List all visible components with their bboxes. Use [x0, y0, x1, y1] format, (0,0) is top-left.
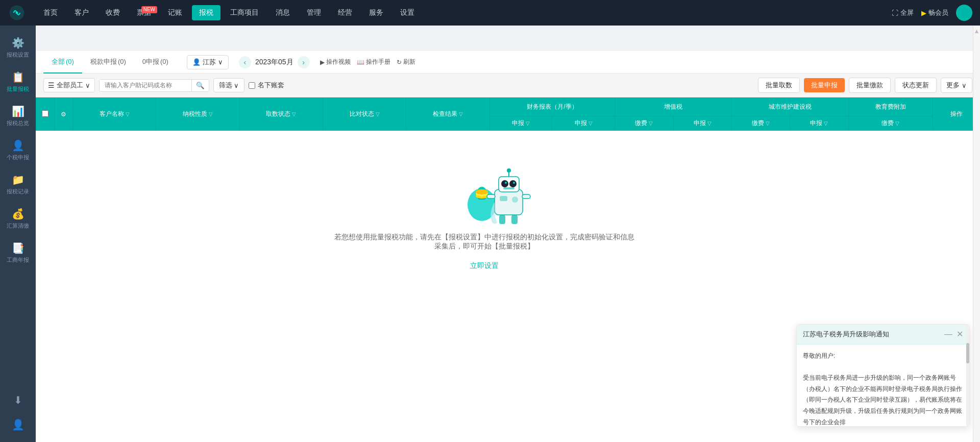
nav-industrial[interactable]: 工商项目: [223, 5, 266, 20]
sort-icon-10[interactable]: ▽: [766, 120, 770, 126]
search-input[interactable]: [100, 80, 191, 91]
sidebar-item-tax-summary[interactable]: 📊 报税总览: [0, 99, 36, 133]
sort-icon-5[interactable]: ▽: [459, 111, 463, 117]
annual-report-icon: 📑: [12, 242, 24, 254]
column-settings-icon[interactable]: ⚙: [61, 111, 66, 118]
prev-month-button[interactable]: ‹: [239, 56, 251, 68]
empty-description: 若您想使用批量报税功能，请先在【报税设置】中进行报税的初始化设置，完成密码验证和…: [331, 233, 638, 251]
sidebar-label-batch-tax: 批量报税: [7, 85, 29, 93]
robot-illustration: [454, 161, 515, 223]
sort-icon-7[interactable]: ▽: [589, 120, 593, 126]
nav-home[interactable]: 首页: [36, 5, 65, 20]
notification-close-button[interactable]: ✕: [957, 330, 963, 338]
settlement-icon: 💰: [12, 208, 24, 220]
refresh-icon: ↻: [397, 59, 402, 66]
sidebar-item-tax-settings[interactable]: ⚙️ 报税设置: [0, 31, 36, 65]
select-all-checkbox[interactable]: [42, 110, 48, 117]
notification-title: 江苏电子税务局升级影响通知: [803, 330, 889, 339]
refresh-action[interactable]: ↻ 刷新: [397, 58, 415, 66]
th-urban-construction: 城市维护建设税: [731, 98, 848, 116]
manual-icon: 📖: [357, 59, 364, 66]
nav-accounting[interactable]: 记账: [161, 5, 189, 20]
nav-service[interactable]: 服务: [362, 5, 390, 20]
th-vat: 增值税: [615, 98, 732, 116]
right-scrollbar[interactable]: ▲: [973, 26, 980, 442]
sort-icon-8[interactable]: ▽: [649, 120, 653, 126]
batch-declare-button[interactable]: 批量申报: [804, 78, 845, 92]
sidebar-label-personal-tax: 个税申报: [7, 154, 29, 161]
filter-chevron-icon: ∨: [234, 82, 239, 89]
sidebar-item-settlement[interactable]: 💰 汇算清缴: [0, 202, 36, 236]
sort-icon-11[interactable]: ▽: [824, 120, 828, 126]
tax-summary-icon: 📊: [12, 105, 24, 117]
employee-select[interactable]: ☰ 全部员工 ∨: [43, 78, 95, 92]
sort-icon-2[interactable]: ▽: [209, 111, 213, 117]
nav-menu: 首页 客户 收费 票据 NEW 记账 报税 工商项目 消息 管理 经营 服务 设…: [36, 5, 892, 20]
sidebar-label-settlement: 汇算清缴: [7, 222, 29, 230]
status-update-button[interactable]: 状态更新: [895, 78, 937, 93]
filter-button[interactable]: 筛选 ∨: [213, 78, 244, 92]
scroll-up-button[interactable]: ▲: [974, 26, 980, 37]
tabs-right-actions: ▶ 操作视频 📖 操作手册 ↻ 刷新: [320, 58, 415, 66]
sidebar-label-annual-report: 工商年报: [7, 256, 29, 264]
sidebar-label-tax-record: 报税记录: [7, 188, 29, 195]
tab-zero-declaration[interactable]: 0申报(0): [134, 51, 177, 73]
tax-record-icon: 📁: [12, 174, 24, 186]
video-action[interactable]: ▶ 操作视频: [320, 58, 351, 66]
nav-invoice[interactable]: 票据 NEW: [130, 5, 158, 20]
th-edu-declare: 申报▽: [790, 116, 848, 131]
sidebar-item-tax-record[interactable]: 📁 报税记录: [0, 167, 36, 202]
nav-management[interactable]: 管理: [300, 5, 328, 20]
subordinate-accounts-checkbox[interactable]: 名下账套: [249, 81, 284, 90]
sort-icon[interactable]: ▽: [126, 111, 130, 117]
notification-scroll-thumb: [966, 343, 969, 363]
sort-icon-12[interactable]: ▽: [895, 120, 899, 126]
sort-icon-4[interactable]: ▽: [376, 111, 380, 117]
nav-settings[interactable]: 设置: [393, 5, 422, 20]
member-button[interactable]: ▶ 畅会员: [921, 8, 948, 17]
sort-icon-3[interactable]: ▽: [292, 111, 296, 117]
notification-minimize-button[interactable]: —: [944, 330, 952, 338]
nav-billing[interactable]: 收费: [99, 5, 127, 20]
search-button[interactable]: 🔍: [191, 80, 209, 91]
more-button[interactable]: 更多 ∨: [941, 78, 972, 93]
sidebar-item-download[interactable]: ⬇: [0, 388, 36, 412]
svg-rect-21: [499, 215, 505, 224]
batch-pay-button[interactable]: 批量缴款: [849, 78, 891, 93]
nav-operation[interactable]: 经营: [331, 5, 359, 20]
subordinate-accounts-check[interactable]: [249, 82, 255, 89]
user-avatar[interactable]: [956, 5, 972, 21]
region-icon: 👤: [192, 58, 201, 66]
app-logo[interactable]: [8, 4, 26, 22]
svg-rect-20: [522, 194, 530, 199]
tab-tax-declaration[interactable]: 税款申报(0): [82, 51, 134, 73]
sidebar-label-tax-settings: 报税设置: [7, 51, 29, 59]
manual-action[interactable]: 📖 操作手册: [357, 58, 390, 66]
user-icon: 👤: [12, 419, 24, 431]
date-navigation: ‹ 2023年05月 ›: [239, 56, 310, 68]
sort-icon-6[interactable]: ▽: [526, 120, 530, 126]
sidebar-item-user[interactable]: 👤: [0, 412, 36, 437]
th-checkbox: [36, 98, 55, 131]
svg-rect-16: [503, 187, 514, 189]
empty-state: 若您想使用批量报税功能，请先在【报税设置】中进行报税的初始化设置，完成密码验证和…: [36, 131, 933, 301]
region-selector[interactable]: 👤 江苏 ∨: [187, 55, 229, 69]
sidebar-item-annual-report[interactable]: 📑 工商年报: [0, 236, 36, 270]
notification-scrollbar[interactable]: [966, 325, 969, 426]
tab-all[interactable]: 全部(0): [43, 51, 82, 73]
search-box: 🔍: [99, 79, 209, 92]
th-fetch-status: 取数状态▽: [239, 98, 323, 131]
next-month-button[interactable]: ›: [298, 56, 310, 68]
sidebar-item-batch-tax[interactable]: 📋 批量报税: [0, 65, 36, 99]
setup-link[interactable]: 立即设置: [470, 261, 499, 271]
sidebar-item-personal-tax[interactable]: 👤 个税申报: [0, 133, 36, 167]
nav-tax[interactable]: 报税: [192, 5, 220, 20]
toolbar-right-actions: 批量取数 批量申报 批量缴款 状态更新 更多 ∨: [758, 78, 972, 93]
th-vat-pay: 缴费▽: [615, 116, 673, 131]
nav-message[interactable]: 消息: [268, 5, 297, 20]
sort-icon-9[interactable]: ▽: [707, 120, 712, 126]
th-vat-declare: 申报▽: [552, 116, 615, 131]
fullscreen-button[interactable]: ⛶ 全屏: [892, 8, 914, 17]
batch-fetch-button[interactable]: 批量取数: [758, 78, 800, 93]
nav-customer[interactable]: 客户: [67, 5, 96, 20]
